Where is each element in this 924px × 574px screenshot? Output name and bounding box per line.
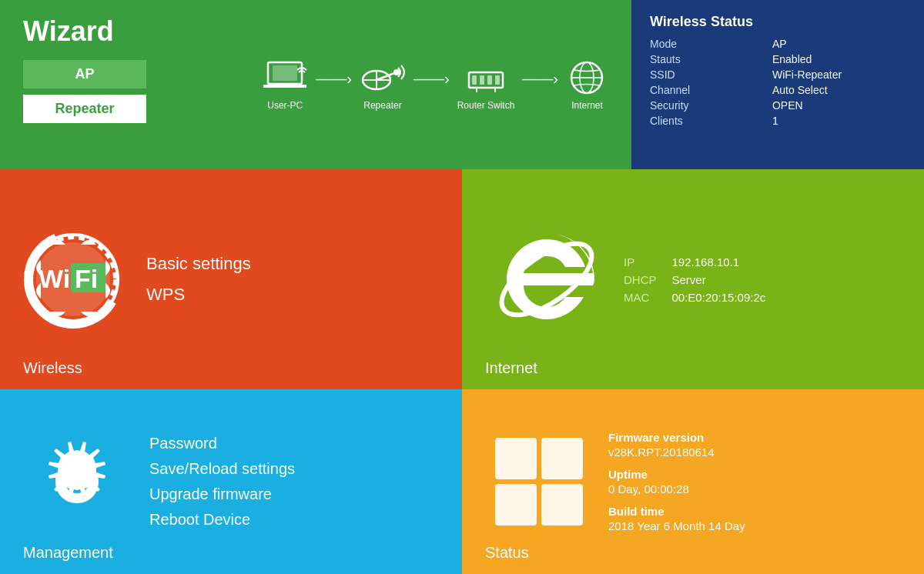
build-label: Build time [608, 505, 745, 518]
wireless-status-table: Mode AP Stauts Enabled SSID WiFi-Repeate… [650, 38, 906, 127]
management-label: Management [23, 544, 113, 562]
wps-link[interactable]: WPS [146, 285, 251, 305]
user-pc-label: User-PC [267, 100, 303, 111]
build-time-group: Build time 2018 Year 6 Month 14 Day [608, 505, 745, 532]
security-value: OPEN [772, 99, 906, 112]
fw-label: Firmware version [608, 431, 745, 444]
firmware-info: Firmware version v28K.RPT.20180614 Uptim… [608, 431, 745, 532]
ssid-label: SSID [650, 68, 754, 81]
wifi-text-block: Basic settings WPS [146, 254, 251, 305]
dhcp-value: Server [672, 273, 766, 286]
svg-rect-10 [480, 75, 484, 85]
internet-panel: IP 192.168.10.1 DHCP Server MAC 00:E0:20… [462, 169, 924, 389]
gear-icon-wrapper [23, 428, 131, 536]
svg-rect-1 [273, 65, 297, 81]
stauts-value: Enabled [772, 53, 906, 65]
ap-button[interactable]: AP [23, 60, 146, 88]
ip-value: 192.168.10.1 [672, 255, 766, 269]
wifi-logo: Wi Fi [23, 229, 123, 329]
svg-rect-12 [495, 75, 500, 85]
wireless-panel: Wi Fi Basic settings WPS Wireless [0, 169, 462, 389]
mode-label: Mode [650, 38, 754, 50]
repeater-button[interactable]: Repeater [23, 95, 146, 123]
device-internet: Internet [566, 58, 608, 111]
mac-value: 00:E0:20:15:09:2c [672, 291, 766, 304]
ms-logo-icon [489, 432, 589, 532]
router-icon [463, 58, 509, 97]
svg-rect-28 [541, 438, 583, 479]
status-firmware-panel: Firmware version v28K.RPT.20180614 Uptim… [462, 389, 924, 574]
svg-rect-29 [495, 484, 537, 526]
wizard-panel: Wizard AP Repeater User-PC ——› [0, 0, 631, 169]
ms-logo-wrapper [485, 428, 593, 536]
gear-icon [23, 428, 131, 536]
stauts-label: Stauts [650, 53, 754, 65]
basic-settings-link[interactable]: Basic settings [146, 254, 251, 274]
laptop-icon [262, 58, 308, 97]
wireless-status-panel: Wireless Status Mode AP Stauts Enabled S… [631, 0, 924, 169]
svg-text:Fi: Fi [75, 264, 98, 293]
channel-label: Channel [650, 84, 754, 96]
bottom-section: Password Save/Reload settings Upgrade fi… [0, 389, 924, 574]
internet-info: IP 192.168.10.1 DHCP Server MAC 00:E0:20… [624, 255, 765, 304]
ssid-value: WiFi-Repeater [772, 68, 906, 81]
arrow3: ——› [522, 70, 558, 88]
firmware-version-group: Firmware version v28K.RPT.20180614 [608, 431, 745, 459]
ip-label: IP [624, 255, 657, 269]
uptime-value: 0 Day, 00:00:28 [608, 482, 745, 496]
wireless-label: Wireless [23, 359, 82, 377]
svg-rect-30 [541, 484, 583, 526]
svg-point-26 [541, 273, 553, 285]
wifi-logo-svg: Wi Fi [23, 229, 123, 329]
reboot-link[interactable]: Reboot Device [149, 511, 295, 529]
mgmt-menu: Password Save/Reload settings Upgrade fi… [149, 435, 295, 529]
build-value: 2018 Year 6 Month 14 Day [608, 519, 745, 532]
status-label: Status [485, 544, 529, 562]
ie-icon-wrapper [485, 218, 608, 341]
middle-section: Wi Fi Basic settings WPS Wireless [0, 169, 924, 389]
mac-label: MAC [624, 291, 657, 304]
arrow1: ——› [316, 70, 352, 88]
ie-icon [485, 218, 608, 341]
clients-label: Clients [650, 115, 754, 127]
arrow2: ——› [413, 70, 450, 88]
upgrade-firmware-link[interactable]: Upgrade firmware [149, 486, 295, 503]
svg-rect-27 [495, 438, 537, 479]
save-reload-link[interactable]: Save/Reload settings [149, 460, 295, 478]
svg-text:Wi: Wi [38, 264, 70, 293]
channel-value: Auto Select [772, 84, 906, 96]
mode-value: AP [772, 38, 906, 50]
dhcp-label: DHCP [624, 273, 657, 286]
svg-rect-2 [263, 85, 306, 88]
clients-value: 1 [772, 115, 906, 127]
repeater-icon [360, 58, 406, 97]
device-user-pc: User-PC [262, 58, 308, 111]
wizard-title: Wizard [23, 15, 608, 48]
security-label: Security [650, 99, 754, 112]
fw-value: v28K.RPT.20180614 [608, 446, 745, 459]
wireless-status-title: Wireless Status [650, 14, 906, 30]
network-diagram: User-PC ——› Repeater ——› [262, 58, 608, 111]
management-panel: Password Save/Reload settings Upgrade fi… [0, 389, 462, 574]
internet-label: Internet [485, 359, 537, 377]
svg-rect-9 [472, 75, 477, 85]
internet-label: Internet [571, 100, 603, 111]
device-router: Router Switch [457, 58, 515, 111]
globe-icon [566, 58, 608, 97]
uptime-label: Uptime [608, 468, 745, 481]
password-link[interactable]: Password [149, 435, 295, 452]
repeater-label: Repeater [363, 100, 401, 111]
uptime-group: Uptime 0 Day, 00:00:28 [608, 468, 745, 496]
svg-rect-11 [487, 75, 492, 85]
device-repeater: Repeater [360, 58, 406, 111]
router-label: Router Switch [457, 100, 515, 111]
svg-point-7 [393, 69, 400, 75]
